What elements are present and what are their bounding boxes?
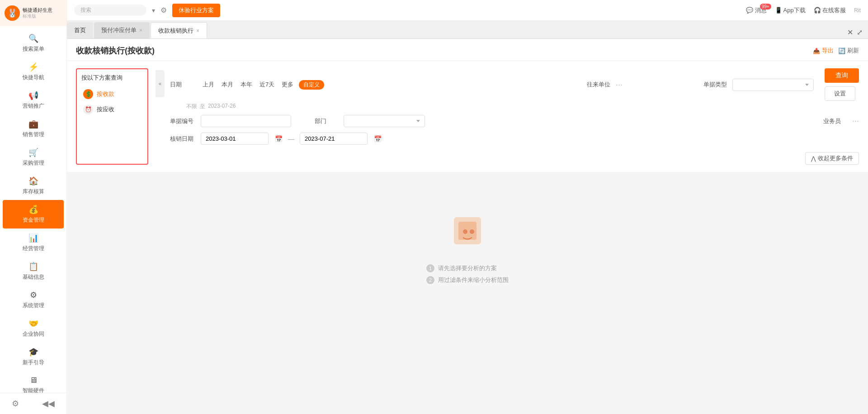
hardware-icon: 🖥 — [29, 376, 38, 385]
message-btn[interactable]: 💬 消息 99+ — [746, 6, 767, 14]
dept-select[interactable] — [344, 115, 425, 127]
empty-illustration — [440, 208, 495, 253]
tip-text-2: 用过滤条件来缩小分析范围 — [438, 274, 509, 286]
date-custom[interactable]: 自定义 — [299, 80, 324, 90]
maximize-tab-icon[interactable]: ⤢ — [857, 28, 863, 37]
empty-tips: 1 请先选择要分析的方案 2 用过滤条件来缩小分析范围 — [426, 262, 509, 286]
date-this-year[interactable]: 本年 — [239, 80, 254, 90]
cooperation-icon: 🤝 — [28, 319, 38, 328]
sidebar-item-search[interactable]: 🔍 搜索菜单 — [0, 29, 66, 57]
filter-main: 日期 上月 本月 本年 近7天 更多 自定义 往来单位 ··· 单 — [170, 68, 859, 165]
sidebar-item-basic-info[interactable]: 📋 基础信息 — [0, 257, 66, 286]
refresh-button[interactable]: 🔄 刷新 — [838, 47, 859, 55]
sidebar-item-hardware[interactable]: 🖥 智能硬件 — [0, 371, 66, 393]
user-name: Rit — [854, 7, 861, 14]
page-title: 收款核销执行(按收款) — [76, 45, 155, 56]
purchase-icon: 🛒 — [28, 148, 38, 157]
app-download-btn[interactable]: 📱 App下载 — [775, 6, 806, 14]
filter-option-receivable-label: 按应收 — [97, 105, 114, 114]
message-badge: 99+ — [760, 4, 771, 10]
app-edition: 标准版 — [23, 13, 52, 19]
date-label: 日期 — [170, 81, 195, 89]
industry-btn[interactable]: 休验行业方案 — [172, 4, 220, 17]
filter-area: 按以下方案查询 💲 按收款 ⏰ 按应收 « 日期 — [67, 61, 868, 172]
date-last-month[interactable]: 上月 — [201, 80, 216, 90]
settings-bottom-icon[interactable]: ⚙ — [12, 399, 19, 409]
tab-bar: 首页 预付冲应付单 × 收款核销执行 × ✕ ⤢ — [67, 21, 868, 39]
empty-state: 1 请先选择要分析的方案 2 用过滤条件来缩小分析范围 — [67, 172, 868, 304]
inventory-icon: 🏠 — [28, 176, 38, 186]
date-separator: — — [288, 135, 294, 143]
tab-home[interactable]: 首页 — [67, 22, 93, 38]
start-calendar-icon[interactable]: 📅 — [275, 135, 283, 143]
bill-type-label: 单据类型 — [703, 81, 729, 89]
sidebar-item-cooperation[interactable]: 🤝 企业协同 — [0, 314, 66, 343]
bill-no-label: 单据编号 — [170, 117, 195, 125]
filter-option-by-receivable[interactable]: ⏰ 按应收 — [81, 102, 143, 117]
online-service-btn[interactable]: 🎧 在线客服 — [814, 6, 846, 14]
sidebar-item-label: 智能硬件 — [23, 387, 44, 393]
tab-verify-close[interactable]: × — [196, 28, 199, 34]
sidebar-item-guide[interactable]: 🎓 新手引导 — [0, 343, 66, 371]
tip-text-1: 请先选择要分析的方案 — [438, 262, 497, 274]
tab-verify[interactable]: 收款核销执行 × — [151, 22, 207, 38]
collapse-sidebar-icon[interactable]: ◀◀ — [42, 399, 55, 409]
app-name: 畅捷通好生意 — [23, 7, 52, 13]
date-no-limit: 不限 — [186, 103, 197, 110]
refresh-icon: 🔄 — [838, 48, 845, 54]
app-download-icon: 📱 — [775, 7, 782, 14]
tab-verify-label: 收款核销执行 — [158, 27, 193, 35]
sidebar-item-purchase[interactable]: 🛒 采购管理 — [0, 143, 66, 171]
svg-point-2 — [463, 229, 467, 234]
system-icon: ⚙ — [30, 290, 37, 300]
sidebar-item-system[interactable]: ⚙ 系统管理 — [0, 286, 66, 314]
more-conditions-btn[interactable]: ⋀ 收起更多条件 — [805, 152, 859, 165]
unit-dots: ··· — [616, 80, 623, 90]
end-calendar-icon[interactable]: 📅 — [374, 135, 382, 143]
filter-row-date: 日期 上月 本月 本年 近7天 更多 自定义 往来单位 ··· 单 — [170, 68, 859, 101]
sidebar-item-sales[interactable]: 💼 销售管理 — [0, 114, 66, 143]
date-7days[interactable]: 近7天 — [258, 80, 276, 90]
sidebar-item-quick-nav[interactable]: ⚡ 快捷导航 — [0, 57, 66, 86]
query-btns: 查询 设置 — [825, 68, 859, 101]
dropdown-icon[interactable]: ▾ — [152, 7, 155, 14]
user-info[interactable]: Rit — [854, 7, 861, 14]
sidebar-item-finance[interactable]: 💰 资金管理 — [3, 200, 64, 228]
verify-date-start[interactable]: 2023-03-01 — [201, 133, 269, 145]
sidebar-item-label: 快捷导航 — [23, 74, 44, 81]
tab-prepay[interactable]: 预付冲应付单 × — [94, 22, 150, 38]
sidebar-item-inventory[interactable]: 🏠 库存核算 — [0, 171, 66, 200]
sidebar-item-label: 搜索菜单 — [23, 45, 44, 53]
tip-num-1: 1 — [426, 264, 434, 272]
setting-button[interactable]: 设置 — [825, 86, 855, 101]
receipt-icon: 💲 — [83, 89, 93, 99]
tab-prepay-close[interactable]: × — [139, 27, 142, 33]
svg-point-3 — [470, 229, 474, 234]
header-right: 💬 消息 99+ 📱 App下载 🎧 在线客服 Rit — [746, 6, 861, 14]
sidebar-nav: 🔍 搜索菜单 ⚡ 快捷导航 📢 营销推广 💼 销售管理 🛒 采购管理 🏠 库存核… — [0, 26, 66, 393]
logo-icon: 🐰 — [5, 5, 20, 21]
unit-label: 往来单位 — [587, 81, 612, 89]
verify-date-label: 核销日期 — [170, 135, 195, 143]
date-this-month[interactable]: 本月 — [220, 80, 235, 90]
date-more[interactable]: 更多 — [280, 80, 295, 90]
bill-no-input[interactable] — [201, 115, 291, 127]
guide-icon: 🎓 — [28, 347, 38, 357]
export-button[interactable]: 📤 导出 — [813, 47, 834, 55]
gear-icon[interactable]: ⚙ — [160, 6, 167, 14]
sidebar-item-label: 经营管理 — [23, 245, 44, 252]
verify-date-end[interactable]: 2023-07-21 — [300, 133, 368, 145]
query-button[interactable]: 查询 — [825, 68, 859, 83]
filter-option-by-receipt[interactable]: 💲 按收款 — [81, 86, 143, 102]
tip-item-2: 2 用过滤条件来缩小分析范围 — [426, 274, 509, 286]
sidebar-item-marketing[interactable]: 📢 营销推广 — [0, 86, 66, 114]
bill-type-select[interactable] — [732, 79, 814, 91]
close-tab-icon[interactable]: ✕ — [847, 28, 853, 37]
operations-icon: 📊 — [28, 233, 38, 243]
search-box[interactable]: 搜索 — [74, 5, 146, 16]
more-conditions-label: 收起更多条件 — [818, 154, 853, 162]
collapse-filter-btn[interactable]: « — [156, 70, 165, 97]
filter-row-bill: 单据编号 部门 业务员 ··· — [170, 115, 859, 127]
sidebar-item-operations[interactable]: 📊 经营管理 — [0, 228, 66, 257]
export-label: 导出 — [822, 47, 834, 55]
